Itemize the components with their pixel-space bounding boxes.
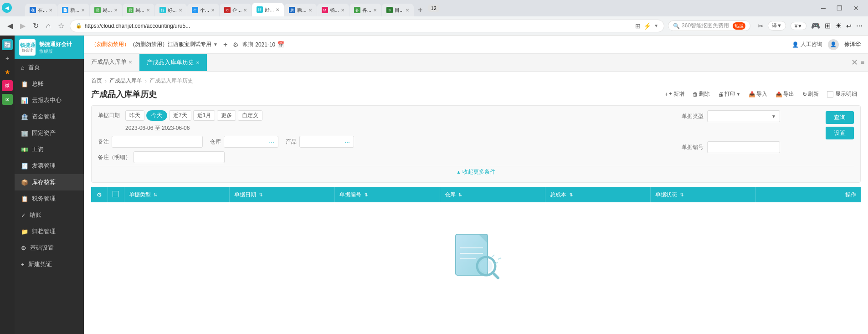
sidebar-item-fixed-asset[interactable]: 🏢 固定资产: [15, 125, 84, 141]
sidebar-item-tax[interactable]: 📋 税务管理: [15, 190, 84, 207]
sort-doc-date-icon[interactable]: ⇅: [259, 192, 262, 197]
nav-home-btn[interactable]: ⌂: [44, 20, 52, 32]
tab-close-7[interactable]: ✕: [243, 8, 247, 13]
nav-refresh-btn[interactable]: ↻: [31, 20, 41, 32]
export-btn[interactable]: 📤 导出: [772, 88, 798, 100]
query-btn[interactable]: 查询: [826, 111, 854, 124]
yuan-btn[interactable]: ¥▼: [791, 22, 806, 30]
company-select[interactable]: (勿删勿禁用）江西服宝测试专用 ▼: [133, 41, 218, 48]
refresh-btn[interactable]: ↻ 刷新: [799, 88, 822, 100]
tab-3[interactable]: 易 易... ✕: [90, 4, 122, 16]
add-company-btn[interactable]: +: [221, 41, 229, 49]
tab-close-12[interactable]: ✕: [406, 8, 409, 13]
window-close-btn[interactable]: ✕: [848, 3, 864, 14]
icon-bar-item-1[interactable]: 🔄: [2, 39, 13, 50]
number-input[interactable]: [707, 141, 780, 153]
sort-warehouse-icon[interactable]: ⇅: [458, 192, 462, 197]
icon-bar-item-2[interactable]: +: [2, 53, 13, 64]
grid-btn[interactable]: ⊞: [825, 21, 831, 30]
tab-add-btn[interactable]: +: [414, 4, 426, 16]
settings-btn[interactable]: ⋯: [856, 22, 863, 30]
tab-10[interactable]: M 畅... ✕: [317, 4, 349, 16]
breadcrumb-home[interactable]: 首页: [91, 77, 102, 85]
nav-forward-btn[interactable]: ▶: [18, 20, 27, 32]
setting-btn[interactable]: 设置: [826, 127, 854, 139]
tab-1[interactable]: 在 在... ✕: [25, 4, 57, 16]
type-select[interactable]: ▼: [707, 110, 780, 122]
sidebar-item-cloud-report[interactable]: 📊 云报表中心: [15, 92, 84, 108]
col-gear[interactable]: ⚙: [91, 187, 108, 202]
display-detail-checkbox[interactable]: 显示明细: [823, 88, 861, 100]
page-tab-list[interactable]: 产成品入库单 ✕: [84, 54, 139, 71]
new-btn[interactable]: + + 新增: [661, 88, 688, 100]
tab-11[interactable]: 各 各... ✕: [349, 4, 381, 16]
sidebar-item-payroll[interactable]: 💵 工资: [15, 141, 84, 158]
settings-icon[interactable]: ⚙: [233, 41, 239, 48]
game-btn[interactable]: 🎮: [811, 21, 820, 30]
product-select[interactable]: ···: [299, 136, 354, 148]
url-bar[interactable]: 🔒 https://cloud.chanjet.com/accounting/u…: [70, 20, 664, 32]
date-btn-yesterday[interactable]: 昨天: [125, 110, 144, 121]
tab-12[interactable]: S 目... ✕: [382, 4, 414, 16]
sidebar-item-inventory[interactable]: 📦 库存核算: [15, 174, 84, 190]
sidebar-item-archive[interactable]: 📁 归档管理: [15, 223, 84, 240]
icon-bar-item-4[interactable]: 微: [2, 80, 13, 91]
icon-bar-item-5[interactable]: ✉: [2, 94, 13, 105]
tab-close-4[interactable]: ✕: [146, 8, 150, 13]
print-btn[interactable]: 🖨 打印 ▼: [714, 88, 744, 100]
window-minimize-btn[interactable]: ─: [816, 3, 831, 14]
history-btn[interactable]: ↩: [846, 22, 852, 30]
search-bar[interactable]: 🔍 360智能抠图免费用 热搜: [668, 21, 750, 31]
tab-4[interactable]: 易 易... ✕: [123, 4, 154, 16]
window-restore-btn[interactable]: ❐: [831, 3, 848, 14]
sidebar-item-new-voucher[interactable]: + 新建凭证: [15, 256, 84, 272]
nav-back-icon[interactable]: ◀: [2, 3, 12, 13]
sidebar-item-basic-settings[interactable]: ⚙ 基础设置: [15, 240, 84, 256]
import-btn[interactable]: 📥 导入: [745, 88, 771, 100]
tab-6[interactable]: 个 个... ✕: [187, 4, 219, 16]
sidebar-item-home[interactable]: ⌂ 首页: [15, 59, 84, 76]
date-btn-7days[interactable]: 近7天: [169, 110, 191, 121]
breadcrumb-list[interactable]: 产成品入库单: [109, 77, 142, 85]
collapse-btn[interactable]: ▲ 收起更多条件: [98, 166, 854, 178]
page-tab-history[interactable]: 产成品入库单历史 ✕: [139, 54, 207, 71]
date-btn-more[interactable]: 更多: [217, 110, 236, 121]
panel-close-btn[interactable]: ✕: [851, 57, 858, 67]
sort-doc-status-icon[interactable]: ⇅: [680, 192, 683, 197]
sidebar-item-invoice[interactable]: 🧾 发票管理: [15, 158, 84, 174]
tab-2[interactable]: 📄 新... ✕: [57, 4, 89, 16]
sidebar-item-fund[interactable]: 🏦 资金管理: [15, 108, 84, 125]
tab-close-10[interactable]: ✕: [341, 8, 344, 13]
tab-8-active[interactable]: 好 好... ✕: [252, 3, 284, 16]
tab-history-close-icon[interactable]: ✕: [196, 60, 200, 65]
tab-close-8[interactable]: ✕: [276, 7, 279, 12]
panel-collapse-btn[interactable]: ≡: [861, 59, 864, 66]
tab-close-2[interactable]: ✕: [81, 8, 85, 13]
calendar-icon[interactable]: 📅: [277, 41, 284, 48]
remarks-input[interactable]: [112, 136, 203, 148]
tab-close-9[interactable]: ✕: [308, 8, 312, 13]
tab-close-1[interactable]: ✕: [49, 8, 52, 13]
date-btn-1month[interactable]: 近1月: [193, 110, 216, 121]
sort-doc-number-icon[interactable]: ⇅: [364, 192, 368, 197]
nav-back-btn[interactable]: ◀: [5, 20, 15, 32]
detail-remarks-input[interactable]: [134, 151, 225, 163]
theme-btn[interactable]: ☀: [835, 21, 842, 30]
tab-close-3[interactable]: ✕: [114, 8, 118, 13]
sort-doc-type-icon[interactable]: ⇅: [154, 192, 157, 197]
user-avatar[interactable]: 👤: [828, 39, 839, 50]
nav-bookmark-btn[interactable]: ☆: [56, 20, 66, 32]
ai-consult-btn[interactable]: 👤 人工咨询: [792, 41, 822, 48]
tab-close-11[interactable]: ✕: [373, 8, 377, 13]
select-all-checkbox[interactable]: [113, 191, 119, 197]
sidebar-item-ledger[interactable]: 📋 总账: [15, 76, 84, 92]
scissors-btn[interactable]: ✂: [758, 22, 763, 30]
delete-btn[interactable]: 🗑 删除: [689, 88, 714, 100]
tab-close-6[interactable]: ✕: [211, 8, 215, 13]
date-btn-custom[interactable]: 自定义: [238, 110, 262, 121]
tab-close-5[interactable]: ✕: [179, 8, 182, 13]
tab-list-close-icon[interactable]: ✕: [128, 60, 132, 65]
tab-9[interactable]: 腾 腾... ✕: [284, 4, 316, 16]
gear-icon[interactable]: ⚙: [97, 191, 102, 198]
warehouse-select[interactable]: ···: [224, 136, 278, 148]
